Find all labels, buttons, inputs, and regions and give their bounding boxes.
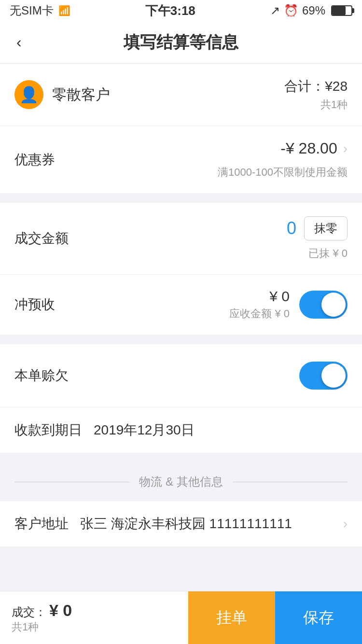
customer-name: 零散客户 <box>52 85 110 105</box>
address-value: 张三 海淀永丰科技园 11111111111 <box>80 515 343 533</box>
alarm-icon: ⏰ <box>284 4 298 17</box>
bottom-bar: 成交： ¥ 0 共1种 挂单 保存 <box>0 591 362 644</box>
transaction-label: 成交金额 <box>14 229 69 248</box>
customer-left: 👤 零散客户 <box>14 80 110 109</box>
prepay-label: 冲预收 <box>14 295 55 314</box>
bottom-buttons: 挂单 保存 <box>188 591 362 644</box>
toggle-knob <box>321 293 346 317</box>
logistics-divider: 物流 & 其他信息 <box>0 462 362 501</box>
customer-section: 👤 零散客户 合计：¥28 共1种 优惠券 -¥ 28.00 › 满1000-1… <box>0 64 362 193</box>
prepay-right: ¥ 0 应收金额 ¥ 0 <box>229 288 348 321</box>
debt-label: 本单赊欠 <box>14 366 69 385</box>
status-time: 下午3:18 <box>145 2 195 19</box>
prepay-row: 冲预收 ¥ 0 应收金额 ¥ 0 <box>0 274 362 335</box>
battery-percent: 69% <box>302 4 325 17</box>
page-title: 填写结算等信息 <box>124 31 238 54</box>
logistics-label: 物流 & 其他信息 <box>139 474 223 490</box>
sim-signal: 无SIM卡 <box>10 3 54 18</box>
due-date-row: 收款到期日 2019年12月30日 <box>0 407 362 453</box>
divider-line-right <box>233 482 348 482</box>
customer-right: 合计：¥28 共1种 <box>284 77 348 112</box>
address-chevron-icon: › <box>343 516 348 532</box>
summary-amount: ¥ 0 <box>49 601 72 620</box>
summary-label: 成交： <box>12 604 46 620</box>
hold-button[interactable]: 挂单 <box>188 591 275 644</box>
summary-count: 共1种 <box>12 620 177 634</box>
debt-toggle[interactable] <box>299 362 348 390</box>
due-date-value: 2019年12月30日 <box>94 421 195 439</box>
status-right: ↗ ⏰ 69% <box>270 4 352 17</box>
prepay-value: ¥ 0 <box>229 288 290 305</box>
coupon-row[interactable]: 优惠券 -¥ 28.00 › 满1000-100不限制使用金额 <box>0 126 362 193</box>
coupon-right: -¥ 28.00 › 满1000-100不限制使用金额 <box>218 140 348 180</box>
status-bar: 无SIM卡 📶 下午3:18 ↗ ⏰ 69% <box>0 0 362 21</box>
transaction-right: 0 抹零 <box>287 216 348 240</box>
back-button[interactable]: ‹ <box>12 28 27 56</box>
avatar-icon: 👤 <box>19 85 39 104</box>
coupon-label: 优惠券 <box>14 151 55 169</box>
coupon-sub: 满1000-100不限制使用金额 <box>218 165 348 180</box>
prepay-toggle[interactable] <box>299 291 348 319</box>
avatar: 👤 <box>14 80 43 109</box>
location-icon: ↗ <box>270 4 280 17</box>
transaction-sub: 已抹 ¥ 0 <box>308 246 348 261</box>
round-button[interactable]: 抹零 <box>304 216 348 240</box>
customer-row: 👤 零散客户 合计：¥28 共1种 <box>0 64 362 126</box>
save-button[interactable]: 保存 <box>275 591 362 644</box>
chevron-right-icon: › <box>343 141 348 156</box>
due-date-label: 收款到期日 <box>14 421 82 439</box>
debt-toggle-knob <box>321 364 346 388</box>
amount-section: 成交金额 0 抹零 已抹 ¥ 0 冲预收 ¥ 0 应收金额 ¥ 0 <box>0 203 362 335</box>
prepay-amounts: ¥ 0 应收金额 ¥ 0 <box>229 288 290 321</box>
customer-total: 合计：¥28 <box>284 77 348 96</box>
transaction-row: 成交金额 0 抹零 已抹 ¥ 0 <box>0 203 362 274</box>
coupon-amount: -¥ 28.00 <box>280 140 337 157</box>
bottom-summary: 成交： ¥ 0 共1种 <box>0 601 188 634</box>
content: 👤 零散客户 合计：¥28 共1种 优惠券 -¥ 28.00 › 满1000-1… <box>0 64 362 614</box>
address-section: 客户地址 张三 海淀永丰科技园 11111111111 › <box>0 501 362 546</box>
debt-row: 本单赊欠 <box>0 344 362 407</box>
address-label: 客户地址 <box>14 515 69 533</box>
address-row[interactable]: 客户地址 张三 海淀永丰科技园 11111111111 › <box>0 501 362 546</box>
nav-bar: ‹ 填写结算等信息 <box>0 21 362 64</box>
prepay-sub: 应收金额 ¥ 0 <box>229 307 290 321</box>
battery-icon <box>331 5 352 16</box>
customer-count: 共1种 <box>284 98 348 112</box>
debt-section: 本单赊欠 收款到期日 2019年12月30日 <box>0 344 362 453</box>
transaction-value: 0 <box>287 218 296 238</box>
wifi-icon: 📶 <box>58 5 70 16</box>
status-left: 无SIM卡 📶 <box>10 3 70 18</box>
divider-line-left <box>14 482 129 482</box>
